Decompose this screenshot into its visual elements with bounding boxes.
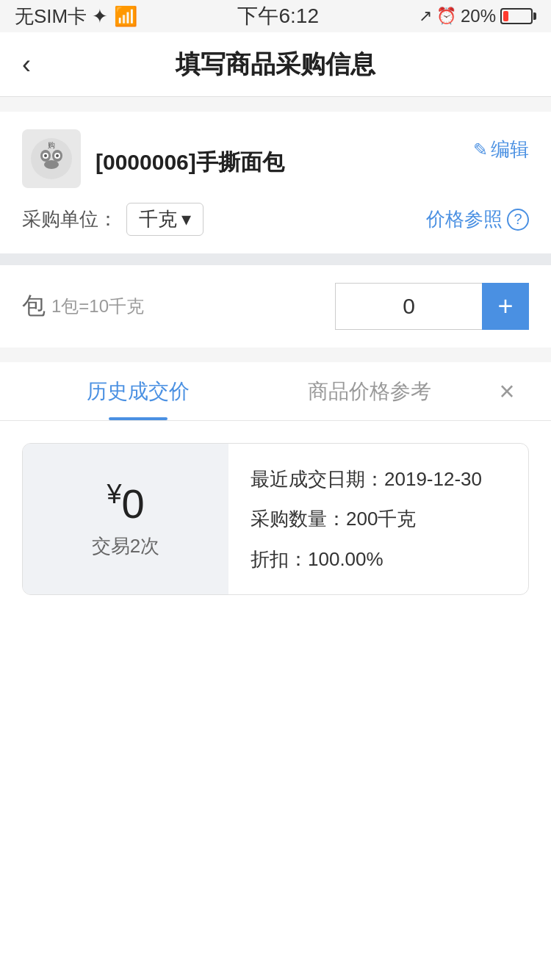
tab-close-button[interactable]: ×	[485, 370, 529, 414]
svg-text:购: 购	[48, 141, 55, 149]
tab-active-indicator	[109, 417, 168, 420]
history-price-content: ¥0 交易2次 最近成交日期：2019-12-30 采购数量：200千克 折扣：…	[0, 421, 551, 617]
section-divider	[0, 253, 551, 265]
price-amount: ¥0	[107, 479, 144, 527]
tab-history-price[interactable]: 历史成交价	[22, 362, 253, 420]
product-thumbnail: 购	[22, 129, 81, 188]
battery-percent: 20%	[461, 6, 496, 26]
product-header: 购 [0000006]手撕面包 ✎ 编辑	[22, 129, 529, 188]
bottom-area	[0, 617, 551, 980]
edit-button[interactable]: ✎ 编辑	[473, 137, 529, 162]
price-reference-button[interactable]: 价格参照 ?	[426, 206, 529, 232]
svg-point-7	[44, 160, 59, 169]
product-info-left: 购 [0000006]手撕面包	[22, 129, 284, 188]
svg-point-6	[56, 154, 59, 157]
edit-icon: ✎	[473, 140, 488, 160]
status-right-icons: ↗ ⏰ 20%	[419, 6, 536, 26]
package-label: 包 1包=10千克	[22, 290, 144, 323]
unit-selector: 采购单位： 千克 ▾	[22, 203, 204, 236]
quantity-plus-button[interactable]: +	[482, 283, 529, 330]
quantity-row: 包 1包=10千克 0 +	[0, 265, 551, 347]
nav-bar: ‹ 填写商品采购信息	[0, 32, 551, 97]
price-card: ¥0 交易2次 最近成交日期：2019-12-30 采购数量：200千克 折扣：…	[22, 443, 529, 595]
page-title: 填写商品采购信息	[176, 48, 375, 82]
status-bar: 无SIM卡 ✦ 📶 下午6:12 ↗ ⏰ 20%	[0, 0, 551, 32]
price-detail-panel: 最近成交日期：2019-12-30 采购数量：200千克 折扣：100.00%	[228, 444, 528, 594]
price-summary-panel: ¥0 交易2次	[23, 444, 228, 594]
battery-icon	[500, 8, 536, 24]
tab-bar: 历史成交价 商品价格参考 ×	[0, 362, 551, 421]
quantity-input[interactable]: 0	[335, 283, 482, 330]
currency-symbol: ¥	[107, 479, 121, 509]
package-icon: 包	[22, 290, 46, 323]
unit-label: 采购单位：	[22, 206, 118, 232]
package-ratio: 1包=10千克	[51, 295, 144, 318]
wifi-icon: 📶	[114, 5, 137, 28]
location-icon: ↗	[419, 7, 432, 26]
quantity-control: 0 +	[335, 283, 529, 330]
product-logo-icon: 购	[29, 137, 73, 181]
product-card: 购 [0000006]手撕面包 ✎ 编辑 采购单位： 千克 ▾ 价格参照 ?	[0, 112, 551, 253]
trade-count: 交易2次	[92, 533, 159, 559]
status-time: 下午6:12	[237, 2, 319, 30]
tab-price-reference[interactable]: 商品价格参考	[253, 362, 485, 420]
dropdown-icon: ▾	[181, 208, 191, 231]
unit-dropdown[interactable]: 千克 ▾	[126, 203, 204, 236]
tab-section: 历史成交价 商品价格参考 × ¥0 交易2次 最近成交日期：2019-12-30	[0, 362, 551, 617]
alarm-icon: ⏰	[436, 7, 456, 26]
status-carrier: 无SIM卡 ✦ 📶	[15, 4, 137, 29]
back-button[interactable]: ‹	[22, 49, 31, 80]
discount-item: 折扣：100.00%	[251, 546, 506, 572]
recent-date-item: 最近成交日期：2019-12-30	[251, 466, 506, 492]
product-unit-row: 采购单位： 千克 ▾ 价格参照 ?	[22, 203, 529, 236]
purchase-qty-item: 采购数量：200千克	[251, 505, 506, 532]
help-icon[interactable]: ?	[507, 209, 529, 231]
svg-point-5	[44, 154, 47, 157]
product-name: [0000006]手撕面包	[96, 148, 284, 178]
